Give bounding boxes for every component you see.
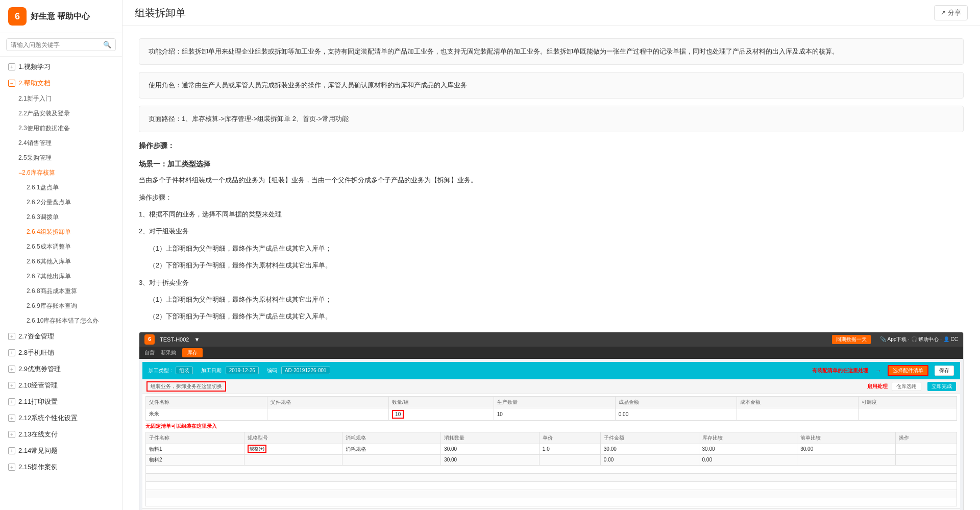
- sim-t2-r2-c1: 物料2: [146, 454, 244, 465]
- sidebar-item-beginner[interactable]: 2.1新手入门: [0, 91, 122, 106]
- sidebar-item-cost-adjust[interactable]: 2.6.5成本调整单: [0, 239, 122, 254]
- collapse-icon: −: [18, 169, 22, 177]
- sim-date-label: 加工日期: [201, 367, 222, 374]
- sidebar-item-other-in[interactable]: 2.6.6其他入库单: [0, 254, 122, 269]
- sim-arrow1: →: [875, 367, 881, 374]
- table-row: [146, 465, 957, 473]
- sim-wrapper: 6 TEST-H002 ▼ 同期数据一天 📎 App下载 · 🎧 帮助中心 · …: [139, 332, 963, 510]
- expand-icon: +: [8, 464, 15, 471]
- sim-sync-btn[interactable]: 同期数据一天: [832, 335, 871, 344]
- sidebar-item-payment[interactable]: + 2.13在线支付: [0, 426, 122, 443]
- sidebar-item-inventory[interactable]: − 2.6库存核算: [0, 165, 122, 180]
- sim-nav-item-inventory[interactable]: 库存: [182, 348, 203, 357]
- top-bar: 组装拆卸单 ↗ 分享: [122, 0, 980, 26]
- sim-sub-toolbar: 组装业务，拆卸业务在这里切换 启用处理 仓库选用 立即完成: [142, 379, 960, 394]
- sim-date-value[interactable]: 2019-12-26: [226, 367, 259, 374]
- sim-t2-col8: 前单比较: [797, 432, 896, 444]
- main-content: 组装拆卸单 ↗ 分享 功能介绍：组装拆卸单用来处理企业组装或拆卸等加工业务，支持…: [122, 0, 980, 510]
- sidebar-item-label: 2.10经营管理: [18, 381, 58, 390]
- sidebar-item-stocktake[interactable]: 2.6.1盘点单: [0, 180, 122, 195]
- sim-t2-r1-c1: 物料1: [146, 444, 244, 454]
- sim-annotation1: 有装配清单的在这里处理: [812, 367, 868, 374]
- sidebar-item-label: 2.6.5成本调整单: [27, 242, 71, 251]
- sim-document: 加工类型： 组装 加工日期 2019-12-26 编码 AD-20191226-…: [142, 362, 960, 510]
- step1-text: 1、根据不同的业务，选择不同单据的类型来处理: [139, 208, 964, 220]
- search-input[interactable]: [11, 41, 103, 48]
- sidebar-item-cost-recalc[interactable]: 2.6.8商品成本重算: [0, 284, 122, 299]
- sidebar-item-management[interactable]: + 2.10经营管理: [0, 377, 122, 394]
- logo-text: 好生意 帮助中心: [31, 11, 90, 22]
- sim-select-btn[interactable]: 选择配件清单: [888, 365, 928, 376]
- sidebar-item-transfer[interactable]: 2.6.3调拨单: [0, 210, 122, 225]
- share-label: 分享: [948, 8, 961, 17]
- sidebar-item-video[interactable]: + 1.视频学习: [0, 59, 122, 75]
- sim-type-value[interactable]: 组装: [176, 367, 193, 374]
- sidebar-item-print[interactable]: + 2.11打印设置: [0, 394, 122, 410]
- sidebar-item-mobile[interactable]: + 2.8手机旺铺: [0, 345, 122, 361]
- sidebar-item-faq[interactable]: + 2.14常见问题: [0, 443, 122, 459]
- sim-nav-item-self[interactable]: 自营: [144, 349, 155, 356]
- search-area: 🔍: [0, 33, 122, 57]
- intro-block: 功能介绍：组装拆卸单用来处理企业组装或拆卸等加工业务，支持有固定装配清单的产品加…: [139, 38, 964, 65]
- sidebar-item-ledger-fix[interactable]: 2.6.10库存账本错了怎么办: [0, 313, 122, 328]
- sidebar-item-assembly[interactable]: 2.6.4组装拆卸单: [0, 225, 122, 239]
- sim-t2-r2-c8: [797, 454, 896, 465]
- sim-table1-col6: 成本金额: [737, 396, 858, 408]
- sidebar-item-cases[interactable]: + 2.15操作案例: [0, 459, 122, 475]
- share-button[interactable]: ↗ 分享: [934, 5, 968, 20]
- table-row: 物料2 30.00 0.00 0.00: [146, 454, 957, 465]
- sidebar-item-label: 2.6.6其他入库单: [27, 257, 71, 266]
- sidebar-item-sales[interactable]: 2.4销售管理: [0, 136, 122, 151]
- sim-dropdown: ▼: [194, 336, 200, 343]
- sim-t2-r1-c5: 1.0: [539, 444, 600, 454]
- sidebar-item-ledger-query[interactable]: 2.6.9库存账本查询: [0, 299, 122, 313]
- sim-confirm-btn[interactable]: 立即完成: [927, 382, 956, 391]
- sim-row1-col4: 10: [494, 408, 615, 420]
- sidebar-item-finance[interactable]: + 2.7资金管理: [0, 328, 122, 345]
- sidebar-item-label: 2.6.10库存账本错了怎么办: [27, 317, 99, 325]
- sim-t2-r2-c6: 0.00: [600, 454, 699, 465]
- search-icon[interactable]: 🔍: [103, 41, 111, 48]
- sim-table1-col5: 成品金额: [615, 396, 737, 408]
- sidebar-item-label: 2.8手机旺铺: [18, 348, 54, 357]
- sim-t2-r1-c4: 30.00: [441, 444, 540, 454]
- sim-header-bar: 加工类型： 组装 加工日期 2019-12-26 编码 AD-20191226-…: [142, 362, 960, 379]
- sidebar-item-label: 2.1新手入门: [18, 94, 52, 103]
- sim-nav-item-purchase[interactable]: 新采购: [161, 349, 176, 356]
- sidebar-item-help-docs[interactable]: − 2.帮助文档: [0, 75, 122, 91]
- sim-table2-area: 子件名称 规格型号 消耗规格 消耗数量 单价 子件金额 库存比较 前单比较 操作: [142, 430, 960, 508]
- sidebar-item-label: 2.5采购管理: [18, 154, 52, 162]
- sim-store-select[interactable]: 仓库选用: [892, 382, 921, 391]
- sidebar-item-coupon[interactable]: + 2.9优惠券管理: [0, 361, 122, 377]
- sim-table1-col1: 父件名称: [146, 396, 267, 408]
- sim-table1: 父件名称 父件规格 数量/组 生产数量 成品金额 成本金额 可调度: [145, 396, 957, 421]
- sim-t2-r1-c6: 30.00: [600, 444, 699, 454]
- sim-row1-col1: 米米: [146, 408, 267, 420]
- step2-2-text: （2）下部明细为子件明细，最终作为原材料生成其它出库单。: [139, 259, 964, 271]
- collapse-icon: −: [8, 80, 15, 87]
- sim-annotation2-label: 组装业务，拆卸业务在这里切换: [146, 381, 226, 392]
- sidebar-item-purchase[interactable]: 2.5采购管理: [0, 151, 122, 165]
- ops-steps-title: 操作步骤：: [139, 191, 964, 203]
- sim-table1-col3: 数量/组: [389, 396, 494, 408]
- path-block: 页面路径：1、库存核算->库存管理->组装拆卸单 2、首页->常用功能: [139, 106, 964, 132]
- sidebar-item-label: 2.6.3调拨单: [27, 213, 59, 222]
- sidebar-item-label: 2.7资金管理: [18, 332, 54, 341]
- sidebar-item-label: 2.12系统个性化设置: [18, 414, 78, 423]
- sidebar-item-data-prep[interactable]: 2.3使用前数据准备: [0, 121, 122, 136]
- screenshot-container: 6 TEST-H002 ▼ 同期数据一天 📎 App下载 · 🎧 帮助中心 · …: [139, 332, 964, 510]
- sim-save-btn[interactable]: 保存: [935, 366, 954, 376]
- sidebar-item-label: 2.15操作案例: [18, 463, 58, 472]
- operations-title: 操作步骤：: [139, 141, 964, 151]
- sim-t2-col1: 子件名称: [146, 432, 244, 444]
- sim-row1-col5: 0.00: [615, 408, 737, 420]
- sim-main-area: 加工类型： 组装 加工日期 2019-12-26 编码 AD-20191226-…: [139, 359, 963, 510]
- sidebar-item-other-out[interactable]: 2.6.7其他出库单: [0, 269, 122, 284]
- search-box[interactable]: 🔍: [6, 38, 116, 51]
- step3-1-text: （1）上部明细为父件明细，最终作为原材料生成其它出库单；: [139, 294, 964, 305]
- sim-t2-r2-c5: [539, 454, 600, 465]
- table-row: 物料1 规格(+) 消耗规格 30.00 1.0 30.00 30.00: [146, 444, 957, 454]
- sidebar-item-personalize[interactable]: + 2.12系统个性化设置: [0, 410, 122, 426]
- sidebar-item-partial-stocktake[interactable]: 2.6.2分量盘点单: [0, 195, 122, 210]
- sidebar-item-install[interactable]: 2.2产品安装及登录: [0, 106, 122, 121]
